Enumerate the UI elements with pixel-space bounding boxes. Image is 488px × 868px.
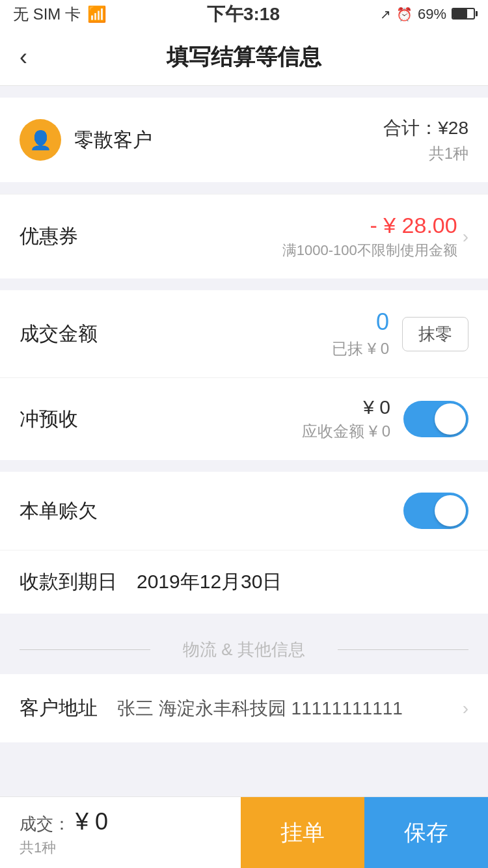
customer-total: 合计：¥28 [383,116,468,141]
transaction-amount-values: 0 已抹 ¥ 0 [332,308,389,359]
customer-row: 👤 零散客户 合计：¥28 共1种 [0,98,488,182]
coupon-right: - ¥ 28.00 满1000-100不限制使用金额 › [282,213,468,260]
debt-toggle[interactable] [403,493,468,529]
address-chevron-icon: › [463,698,468,719]
customer-section: 👤 零散客户 合计：¥28 共1种 [0,98,488,182]
customer-count: 共1种 [383,143,468,164]
divider-line-left [20,649,150,650]
battery-icon [452,5,475,23]
debt-toggle-thumb [435,495,466,526]
location-icon: ↗ [380,7,391,22]
transaction-amount-label: 成交金额 [20,321,98,347]
address-chevron: › [463,698,468,719]
customer-name: 零散客户 [74,127,152,154]
prepay-amount: ¥ 0 [302,396,390,418]
page-title: 填写结算等信息 [167,42,321,72]
wifi-icon: 📶 [87,5,107,23]
duedate-label: 收款到期日 [20,569,117,595]
back-button[interactable]: ‹ [20,37,40,77]
customer-left: 👤 零散客户 [20,119,152,161]
avatar-icon: 👤 [29,129,52,151]
status-time: 下午3:18 [207,2,280,27]
bottom-bar: 成交： ¥ 0 共1种 挂单 保存 [0,796,488,868]
transaction-amount-right: 0 已抹 ¥ 0 抹零 [332,308,468,359]
logistics-divider: 物流 & 其他信息 [0,625,488,674]
status-bar: 无 SIM 卡 📶 下午3:18 ↗ ⏰ 69% [0,0,488,29]
logistics-section: 客户地址 张三 海淀永丰科技园 11111111111 › [0,674,488,742]
transaction-amount-row: 成交金额 0 已抹 ¥ 0 抹零 [0,290,488,378]
transaction-rounded-label: 已抹 ¥ 0 [332,338,389,359]
alarm-icon: ⏰ [396,7,413,22]
divider-text: 物流 & 其他信息 [183,638,305,661]
prepay-toggle[interactable] [403,401,468,437]
amount-section: 成交金额 0 已抹 ¥ 0 抹零 冲预收 ¥ 0 应收金额 ¥ 0 [0,290,488,460]
debt-section: 本单赊欠 收款到期日 2019年12月30日 [0,472,488,614]
save-button-label: 保存 [404,818,448,848]
hang-button[interactable]: 挂单 [241,797,364,869]
bottom-summary: 成交： ¥ 0 共1种 [0,808,241,858]
transaction-amount-value: 0 [332,308,389,336]
coupon-section: 优惠券 - ¥ 28.00 满1000-100不限制使用金额 › [0,194,488,278]
status-left: 无 SIM 卡 📶 [13,4,107,25]
round-zero-button[interactable]: 抹零 [402,317,468,351]
battery-percent: 69% [418,6,446,23]
bottom-summary-line1: 成交： ¥ 0 [20,808,221,835]
debt-row: 本单赊欠 [0,472,488,550]
nav-bar: ‹ 填写结算等信息 [0,29,488,86]
coupon-description: 满1000-100不限制使用金额 [282,241,457,260]
toggle-thumb [435,403,466,435]
prepay-row: 冲预收 ¥ 0 应收金额 ¥ 0 [0,378,488,460]
address-label: 客户地址 [20,695,98,722]
avatar: 👤 [20,119,61,161]
prepay-sub-label: 应收金额 ¥ 0 [302,421,390,442]
debt-label: 本单赊欠 [20,498,98,524]
customer-right: 合计：¥28 共1种 [383,116,468,164]
duedate-row: 收款到期日 2019年12月30日 [0,550,488,614]
bottom-summary-count: 共1种 [20,838,221,858]
hang-button-label: 挂单 [280,818,325,848]
status-right: ↗ ⏰ 69% [380,5,475,23]
duedate-value: 2019年12月30日 [137,569,282,595]
coupon-label: 优惠券 [20,223,78,250]
prepay-values: ¥ 0 应收金额 ¥ 0 [302,396,390,442]
address-value: 张三 海淀永丰科技园 11111111111 [117,696,463,721]
save-button[interactable]: 保存 [364,797,488,869]
prepay-right: ¥ 0 应收金额 ¥ 0 [302,396,468,442]
address-row[interactable]: 客户地址 张三 海淀永丰科技园 11111111111 › [0,674,488,742]
bottom-summary-amount: ¥ 0 [75,808,108,835]
coupon-discount: - ¥ 28.00 [282,213,457,238]
chevron-right-icon: › [463,226,468,247]
coupon-row[interactable]: 优惠券 - ¥ 28.00 满1000-100不限制使用金额 › [0,194,488,278]
bottom-summary-label: 成交： [20,813,70,835]
divider-line-right [338,649,468,650]
carrier-text: 无 SIM 卡 [13,4,81,25]
coupon-values: - ¥ 28.00 满1000-100不限制使用金额 [282,213,457,260]
prepay-label: 冲预收 [20,406,78,433]
